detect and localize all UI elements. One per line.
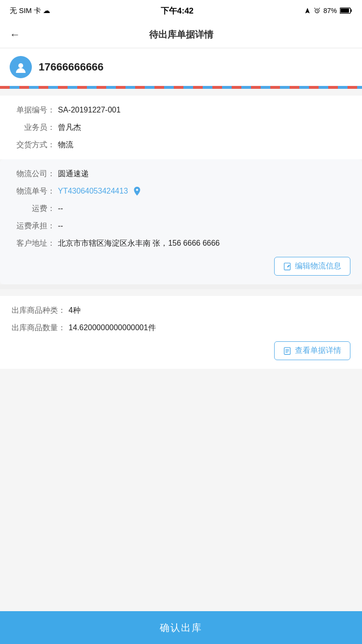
tracking-number: YT43064053424413	[58, 185, 128, 197]
status-bar: 无 SIM 卡 ☁ 下午4:42 87%	[0, 0, 362, 21]
freight-bear-value: --	[58, 220, 350, 232]
type-row: 出库商品种类： 4种	[12, 305, 350, 316]
location-icon	[304, 7, 311, 14]
status-bar-time: 下午4:42	[161, 5, 194, 16]
battery-percent: 87%	[323, 7, 337, 14]
address-value: 北京市市辖区海淀区永丰南 张，156 6666 6666	[58, 238, 350, 249]
company-row: 物流公司： 圆通速递	[12, 168, 350, 180]
svg-point-3	[18, 63, 23, 68]
company-label: 物流公司：	[12, 168, 55, 180]
page-title: 待出库单据详情	[149, 28, 213, 41]
svg-rect-4	[284, 263, 291, 269]
sim-status: 无 SIM 卡 ☁	[10, 6, 50, 15]
freight-bear-row: 运费承担： --	[12, 220, 350, 232]
user-icon	[14, 60, 28, 74]
salesman-label: 业务员：	[12, 122, 55, 133]
section-divider	[0, 284, 362, 289]
tracking-row: 物流单号： YT43064053424413	[12, 185, 350, 197]
address-row: 客户地址： 北京市市辖区海淀区永丰南 张，156 6666 6666	[12, 238, 350, 249]
edit-logistics-button[interactable]: 编辑物流信息	[274, 257, 350, 276]
order-no-label: 单据编号：	[12, 104, 55, 116]
type-label: 出库商品种类：	[12, 305, 66, 316]
basic-info-section: 单据编号： SA-20191227-001 业务员： 曾凡杰 交货方式： 物流	[0, 96, 362, 159]
count-label: 出库商品数量：	[12, 322, 66, 334]
freight-label: 运费：	[12, 203, 55, 214]
freight-bear-label: 运费承担：	[12, 220, 55, 232]
tracking-pin-icon[interactable]	[132, 186, 142, 196]
status-bar-left: 无 SIM 卡 ☁	[10, 6, 50, 15]
count-row: 出库商品数量： 14.6200000000000001件	[12, 322, 350, 334]
confirm-outbound-button[interactable]: 确认出库	[0, 611, 362, 644]
outbound-info-section: 出库商品种类： 4种 出库商品数量： 14.6200000000000001件 …	[0, 296, 362, 369]
tracking-value: YT43064053424413	[58, 185, 350, 197]
freight-value: --	[58, 203, 350, 214]
address-label: 客户地址：	[12, 238, 55, 249]
nav-bar: ← 待出库单据详情	[0, 21, 362, 48]
user-header: 17666666666	[0, 48, 362, 86]
back-button[interactable]: ←	[10, 24, 25, 46]
edit-icon	[283, 262, 292, 271]
delivery-value: 物流	[58, 139, 350, 151]
delivery-label: 交货方式：	[12, 139, 55, 151]
edit-logistics-btn-row: 编辑物流信息	[12, 257, 350, 276]
order-no-value: SA-20191227-001	[58, 104, 350, 116]
alarm-icon	[314, 7, 320, 14]
order-no-row: 单据编号： SA-20191227-001	[12, 104, 350, 116]
details-icon	[283, 347, 292, 355]
salesman-value: 曾凡杰	[58, 122, 350, 133]
salesman-row: 业务员： 曾凡杰	[12, 122, 350, 133]
confirm-outbound-label: 确认出库	[160, 621, 202, 634]
status-bar-right: 87%	[304, 7, 352, 14]
dashed-divider	[0, 86, 362, 89]
edit-logistics-label: 编辑物流信息	[295, 261, 341, 271]
company-value: 圆通速递	[58, 168, 350, 180]
view-details-label: 查看单据详情	[295, 346, 341, 356]
battery-icon	[340, 7, 352, 14]
freight-row: 运费： --	[12, 203, 350, 214]
tracking-label: 物流单号：	[12, 185, 55, 197]
type-value: 4种	[69, 305, 350, 316]
view-details-btn-row: 查看单据详情	[12, 341, 350, 360]
svg-rect-2	[340, 9, 349, 13]
user-phone: 17666666666	[39, 61, 104, 73]
delivery-row: 交货方式： 物流	[12, 139, 350, 151]
view-details-button[interactable]: 查看单据详情	[274, 341, 350, 360]
count-value: 14.6200000000000001件	[69, 322, 350, 334]
avatar	[10, 56, 32, 78]
blank-area	[0, 369, 362, 475]
logistics-card: 物流公司： 圆通速递 物流单号： YT43064053424413 运费： --…	[0, 159, 362, 284]
